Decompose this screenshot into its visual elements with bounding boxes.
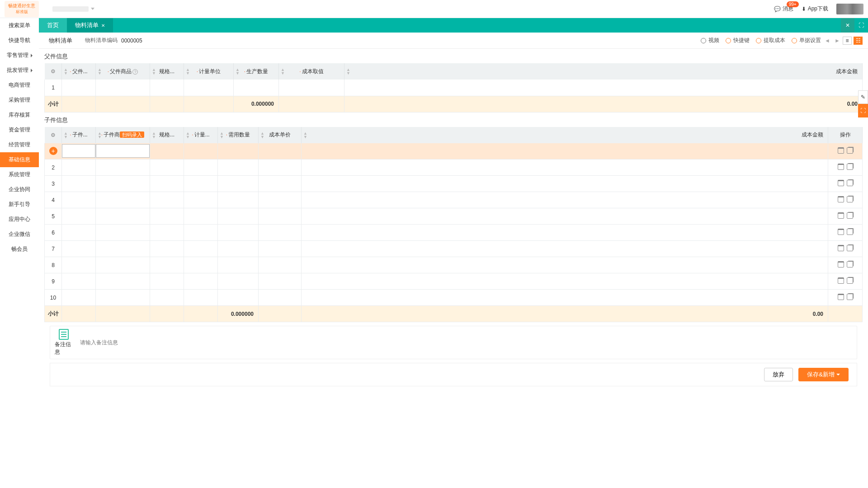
sort-icon[interactable]: ▲▼ <box>152 68 156 75</box>
sidebar-item-14[interactable]: 企业微信 <box>0 227 39 242</box>
video-button[interactable]: 视频 <box>701 37 719 44</box>
add-row-button[interactable]: + <box>49 147 57 155</box>
copy-icon[interactable] <box>847 196 853 202</box>
delete-icon[interactable] <box>838 261 844 267</box>
sort-icon[interactable]: ▲▼ <box>186 131 190 139</box>
sort-icon[interactable]: ▲▼ <box>220 131 224 139</box>
sort-icon[interactable]: ▲▼ <box>260 131 264 139</box>
sort-icon[interactable]: ▲▼ <box>346 68 350 75</box>
child-row[interactable]: + <box>45 143 863 160</box>
delete-icon[interactable] <box>838 164 844 170</box>
delete-icon[interactable] <box>838 147 844 154</box>
sidebar-item-1[interactable]: 快捷导航 <box>0 33 39 48</box>
sort-icon[interactable]: ▲▼ <box>152 131 156 139</box>
float-edit-button[interactable]: ✎ <box>858 90 868 104</box>
sidebar-item-4[interactable]: 电商管理 <box>0 78 39 93</box>
sort-icon[interactable]: ▲▼ <box>64 131 68 139</box>
delete-icon[interactable] <box>838 277 844 284</box>
child-row[interactable]: 6 <box>45 225 863 241</box>
sort-icon[interactable]: ▲▼ <box>64 68 68 75</box>
gear-icon[interactable]: ⚙ <box>51 132 56 138</box>
messages-button[interactable]: 💬 消息 99+ <box>774 5 793 13</box>
copy-icon[interactable] <box>847 277 853 284</box>
copy-icon[interactable] <box>847 164 853 170</box>
copy-icon[interactable] <box>847 147 853 154</box>
parent-section-title: 父件信息 <box>44 49 863 63</box>
sort-icon[interactable]: ▲▼ <box>303 131 307 139</box>
save-and-new-button[interactable]: 保存&新增 <box>798 368 849 381</box>
child-subtotal-label: 小计 <box>45 306 62 322</box>
sidebar-item-2[interactable]: 零售管理 <box>0 48 39 63</box>
sidebar-item-15[interactable]: 畅会员 <box>0 242 39 257</box>
parent-row[interactable]: 1 <box>45 80 863 96</box>
copy-icon[interactable] <box>847 245 853 251</box>
sort-icon[interactable]: ▲▼ <box>236 68 240 75</box>
user-avatar[interactable] <box>836 4 863 14</box>
chevron-down-icon <box>91 8 94 10</box>
sort-icon[interactable]: ▲▼ <box>186 68 190 75</box>
child-row[interactable]: 2 <box>45 160 863 176</box>
tab-home[interactable]: 首页 <box>39 18 67 33</box>
child-row[interactable]: 8 <box>45 257 863 273</box>
delete-icon[interactable] <box>838 294 844 300</box>
sidebar-item-7[interactable]: 资金管理 <box>0 122 39 137</box>
fetchcost-button[interactable]: 提取成本 <box>756 37 785 44</box>
child-row[interactable]: 3 <box>45 176 863 192</box>
org-selector[interactable] <box>43 6 104 12</box>
help-icon[interactable]: ? <box>132 69 138 75</box>
sidebar-item-11[interactable]: 企业协同 <box>0 182 39 197</box>
tabbar-close-button[interactable]: ✕ <box>841 18 854 33</box>
sidebar-item-5[interactable]: 采购管理 <box>0 93 39 108</box>
col-child-prod: 子件商 <box>104 131 120 138</box>
remark-input[interactable] <box>80 333 852 352</box>
view-form-button[interactable]: ☷ <box>854 37 863 45</box>
child-table: ⚙ ▲▼·子件... ▲▼·子件商扫码录入 ▲▼规格... ▲▼·计量... ▲… <box>44 127 863 323</box>
sidebar-item-3[interactable]: 批发管理 <box>0 63 39 78</box>
delete-icon[interactable] <box>838 212 844 219</box>
docsetting-button[interactable]: 单据设置 <box>792 37 821 44</box>
delete-icon[interactable] <box>838 180 844 186</box>
sidebar-item-0[interactable]: 搜索菜单 <box>0 18 39 33</box>
copy-icon[interactable] <box>847 261 853 267</box>
child-code-input[interactable] <box>62 144 95 158</box>
copy-icon[interactable] <box>847 180 853 186</box>
sort-icon[interactable]: ▲▼ <box>98 68 102 75</box>
child-row[interactable]: 4 <box>45 192 863 208</box>
sidebar-item-10[interactable]: 系统管理 <box>0 167 39 182</box>
gear-icon[interactable]: ⚙ <box>51 68 56 75</box>
parent-subtotal-label: 小计 <box>45 96 62 112</box>
close-icon[interactable]: ✕ <box>101 23 105 28</box>
sidebar-item-6[interactable]: 库存核算 <box>0 108 39 122</box>
tabbar-expand-button[interactable]: ⛶ <box>854 18 868 33</box>
child-row[interactable]: 7 <box>45 241 863 257</box>
child-prod-input[interactable] <box>96 144 150 158</box>
delete-icon[interactable] <box>838 196 844 202</box>
child-row[interactable]: 5 <box>45 208 863 225</box>
page-tab-bom[interactable]: 物料清单 <box>44 37 77 45</box>
scan-badge[interactable]: 扫码录入 <box>120 131 144 138</box>
copy-icon[interactable] <box>847 229 853 235</box>
discard-button[interactable]: 放弃 <box>764 368 793 381</box>
brand-title: 畅捷通好生意 <box>8 3 35 9</box>
save-label: 保存&新增 <box>807 371 835 379</box>
sidebar-item-8[interactable]: 经营管理 <box>0 137 39 152</box>
delete-icon[interactable] <box>838 245 844 251</box>
sidebar-item-12[interactable]: 新手引导 <box>0 197 39 212</box>
child-row[interactable]: 9 <box>45 273 863 290</box>
delete-icon[interactable] <box>838 229 844 235</box>
next-button[interactable]: ► <box>834 38 841 44</box>
prev-button[interactable]: ◄ <box>824 38 831 44</box>
sidebar-item-9[interactable]: 基础信息 <box>0 152 39 167</box>
float-expand-button[interactable]: ⛶ <box>858 104 868 117</box>
child-row[interactable]: 10 <box>45 290 863 306</box>
sort-icon[interactable]: ▲▼ <box>98 131 102 139</box>
sort-icon[interactable]: ▲▼ <box>281 68 285 75</box>
app-download-button[interactable]: ⬇ App下载 <box>802 5 828 13</box>
hotkey-button[interactable]: 快捷键 <box>726 37 750 44</box>
copy-icon[interactable] <box>847 294 853 300</box>
sidebar-item-label: 快捷导航 <box>9 37 30 44</box>
view-list-button[interactable]: ≡ <box>843 37 852 45</box>
tab-bom[interactable]: 物料清单 ✕ <box>67 18 113 33</box>
sidebar-item-13[interactable]: 应用中心 <box>0 212 39 227</box>
copy-icon[interactable] <box>847 212 853 219</box>
